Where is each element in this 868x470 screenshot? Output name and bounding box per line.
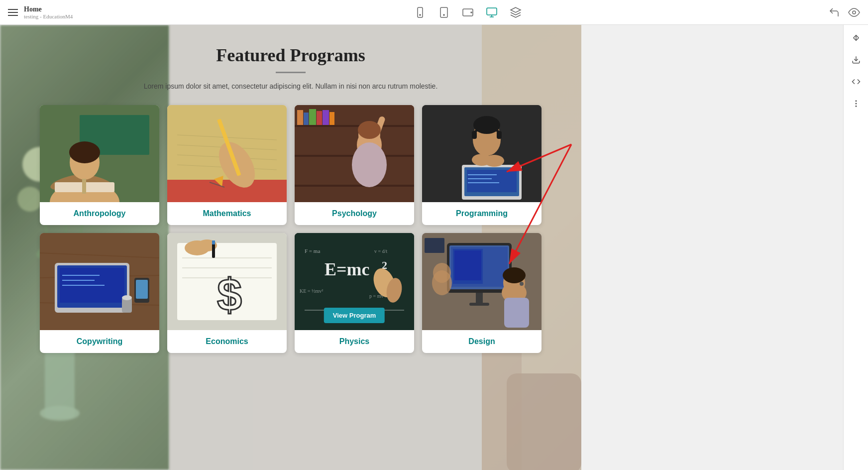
svg-rect-72 [472, 131, 477, 139]
programming-image [422, 105, 542, 202]
svg-rect-122 [469, 303, 489, 306]
hamburger-icon[interactable] [8, 9, 18, 16]
program-card-mathematics[interactable]: Mathematics [167, 105, 287, 225]
svg-rect-51 [297, 110, 303, 125]
svg-rect-54 [317, 111, 322, 125]
title-divider [276, 72, 306, 73]
code-button[interactable] [846, 73, 866, 91]
svg-rect-48 [295, 125, 414, 127]
svg-point-5 [471, 12, 472, 13]
svg-point-75 [484, 155, 504, 167]
tablet-landscape-icon[interactable] [462, 6, 474, 18]
main-content: Featured Programs Lorem ipsum dolor sit … [0, 25, 581, 470]
svg-point-3 [443, 14, 444, 15]
psychology-image [295, 105, 414, 202]
program-card-copywriting[interactable]: Copywriting [40, 233, 159, 353]
design-label: Design [422, 330, 542, 353]
section-description: Lorem ipsum dolor sit amet, consectetur … [10, 82, 571, 90]
anthropology-label: Anthropology [40, 202, 159, 225]
svg-rect-50 [295, 185, 414, 187]
economics-image: $ [167, 233, 287, 330]
toolbar: Home testing - EducationM4 [0, 0, 868, 25]
toolbar-center [108, 6, 828, 18]
more-button[interactable] [846, 95, 866, 113]
svg-rect-121 [476, 293, 483, 303]
download-button[interactable] [846, 51, 866, 69]
svg-point-129 [433, 263, 451, 283]
program-card-physics[interactable]: E=mc 2 F = ma v = d/t KE = ½mv² p = mv [295, 233, 414, 353]
svg-rect-0 [418, 7, 423, 17]
physics-label: Physics [295, 330, 414, 353]
svg-point-60 [358, 121, 381, 139]
style-icon[interactable] [510, 6, 522, 18]
svg-rect-40 [167, 180, 287, 202]
svg-point-61 [352, 142, 387, 187]
eye-icon[interactable] [848, 6, 860, 18]
program-card-programming[interactable]: Programming [422, 105, 542, 225]
svg-point-126 [520, 282, 524, 286]
app-subtitle: testing - EducationM4 [24, 13, 73, 19]
svg-rect-33 [82, 179, 86, 194]
svg-text:$: $ [217, 270, 242, 320]
svg-text:KE = ½mv²: KE = ½mv² [300, 288, 323, 294]
program-card-economics[interactable]: $ Economics [167, 233, 287, 353]
svg-point-125 [503, 267, 526, 283]
design-image [422, 233, 542, 330]
toolbar-title: Home testing - EducationM4 [24, 5, 73, 19]
undo-icon[interactable] [828, 6, 840, 18]
copywriting-image [40, 233, 159, 330]
svg-rect-120 [454, 250, 481, 280]
copywriting-label: Copywriting [40, 330, 159, 353]
svg-point-31 [69, 141, 100, 163]
toolbar-right [828, 6, 860, 18]
svg-rect-101 [212, 240, 215, 244]
svg-point-137 [856, 101, 857, 102]
sort-button[interactable] [846, 29, 866, 47]
svg-rect-56 [329, 112, 334, 125]
section-title: Featured Programs [10, 45, 571, 66]
view-program-button[interactable]: View Program [324, 308, 385, 323]
program-card-psychology[interactable]: Psychology [295, 105, 414, 225]
svg-rect-88 [136, 280, 148, 299]
svg-rect-130 [425, 238, 444, 253]
psychology-label: Psychology [295, 202, 414, 225]
mathematics-label: Mathematics [167, 202, 287, 225]
economics-label: Economics [167, 330, 287, 353]
svg-point-138 [856, 103, 857, 104]
tablet-portrait-icon[interactable] [438, 6, 450, 18]
svg-rect-6 [487, 8, 497, 15]
svg-rect-65 [467, 170, 517, 192]
anthropology-image [40, 105, 159, 202]
svg-text:E=mc: E=mc [325, 259, 370, 279]
svg-rect-127 [504, 298, 529, 328]
svg-rect-2 [440, 7, 447, 17]
programming-label: Programming [422, 202, 542, 225]
svg-point-1 [420, 14, 421, 15]
svg-rect-53 [309, 109, 316, 125]
svg-rect-52 [304, 113, 309, 125]
svg-point-9 [853, 11, 856, 14]
mathematics-image [167, 105, 287, 202]
program-card-anthropology[interactable]: Anthropology [40, 105, 159, 225]
svg-point-90 [122, 295, 132, 300]
svg-rect-73 [497, 131, 502, 139]
svg-rect-55 [323, 110, 329, 125]
mobile-icon[interactable] [414, 6, 426, 18]
action-bar [843, 25, 868, 470]
toolbar-left: Home testing - EducationM4 [8, 5, 108, 19]
featured-section: Featured Programs Lorem ipsum dolor sit … [0, 25, 581, 373]
svg-text:F = ma: F = ma [305, 248, 320, 254]
desktop-icon[interactable] [486, 6, 498, 18]
svg-text:v = d/t: v = d/t [374, 248, 387, 254]
app-title: Home [24, 5, 73, 13]
svg-point-139 [856, 106, 857, 107]
programs-grid: Anthropology [40, 105, 542, 353]
program-card-design[interactable]: Design [422, 233, 542, 353]
